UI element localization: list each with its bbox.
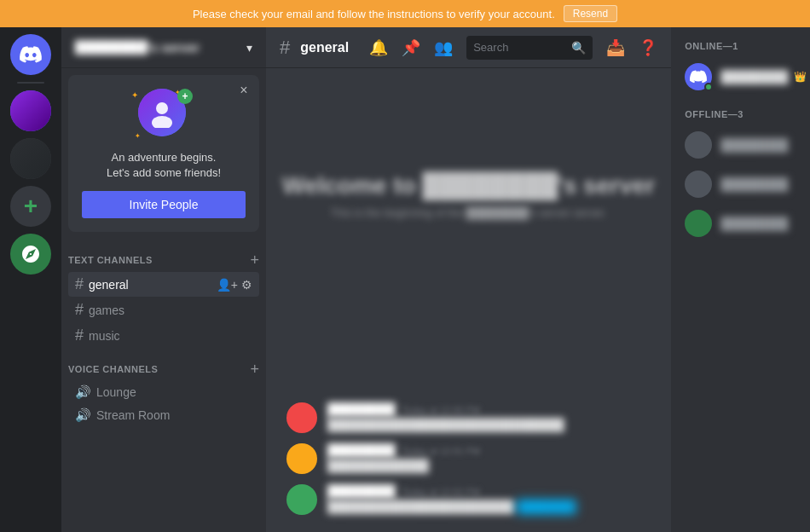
voice-channel-icon-lounge: 🔊 [75, 385, 91, 400]
message-bubble: ████████ Today at 12:00 PM █████████████… [327, 402, 651, 431]
channel-name-music: music [89, 329, 252, 343]
member-name: ████████ [720, 138, 788, 152]
server-icon-purple[interactable] [10, 90, 51, 131]
message-content: ████████████████████████████ [327, 418, 651, 431]
message-row: ████████ Today at 12:00 PM █████████████… [280, 399, 657, 437]
message-bubble: ████████ Today at 12:01 PM ████████████ [327, 443, 651, 472]
main-layout: + ████████'s server ▾ × ✦ ✦ ✦ [0, 27, 810, 532]
svg-point-0 [156, 102, 168, 114]
channel-sidebar: ████████'s server ▾ × ✦ ✦ ✦ + [61, 27, 266, 532]
channel-list: Text Channels + # general 👤+ ⚙ # games [61, 239, 266, 532]
member-avatar-circle [685, 131, 712, 159]
add-server-button[interactable]: + [10, 186, 51, 227]
text-channel-hash-icon: # [75, 275, 84, 293]
welcome-popup: × ✦ ✦ ✦ + An adventure begins. Let' [68, 75, 259, 232]
message-avatar [286, 443, 317, 474]
add-voice-channel-button[interactable]: + [250, 361, 259, 377]
message-avatar [286, 484, 317, 515]
channel-name-lounge: Lounge [96, 385, 252, 399]
message-time: Today at 12:02 PM [402, 487, 480, 497]
sparkle-icon-bl: ✦ [135, 132, 141, 140]
channel-item-stream-room[interactable]: 🔊 Stream Room [68, 404, 259, 426]
svg-point-1 [152, 116, 172, 128]
welcome-message: Welcome to ████████'s server This is the… [282, 172, 655, 219]
channel-item-general[interactable]: # general 👤+ ⚙ [68, 272, 259, 297]
channel-name-games: games [89, 304, 252, 317]
channel-header-name: general [300, 40, 349, 55]
member-name: ████████ [720, 177, 788, 191]
offline-section-label: OFFLINE—3 [678, 109, 810, 119]
search-box[interactable]: 🔍 [466, 36, 593, 60]
message-meta: ████████ Today at 12:02 PM [327, 484, 651, 498]
text-channel-hash-icon-music: # [75, 327, 84, 344]
pin-icon[interactable]: 📌 [402, 38, 420, 57]
verification-banner: Please check your email and follow the i… [0, 0, 810, 27]
voice-channels-header[interactable]: Voice Channels + [61, 361, 266, 380]
member-item-offline-3[interactable]: ████████ [678, 205, 810, 242]
message-content: ████████████ [327, 459, 651, 472]
server-divider [17, 82, 44, 84]
member-avatar [685, 63, 712, 90]
add-text-channel-button[interactable]: + [250, 252, 259, 268]
message-meta: ████████ Today at 12:00 PM [327, 402, 651, 416]
close-popup-button[interactable]: × [235, 82, 252, 99]
help-icon[interactable]: ❓ [639, 38, 657, 57]
sparkle-icon-tl: ✦ [131, 90, 138, 100]
message-content: ██████████████████████ ███████ [327, 500, 651, 513]
welcome-text: An adventure begins. Let's add some frie… [82, 150, 246, 181]
chevron-down-icon: ▾ [246, 41, 252, 55]
online-status-dot [704, 83, 713, 91]
channel-hash-icon: # [280, 37, 290, 59]
member-name: ████████ [720, 70, 788, 84]
server-icon-dark[interactable] [10, 138, 51, 179]
message-bubble: ████████ Today at 12:02 PM █████████████… [327, 484, 651, 513]
message-meta: ████████ Today at 12:01 PM [327, 443, 651, 457]
channel-item-games[interactable]: # games [68, 298, 259, 322]
search-icon: 🔍 [571, 41, 586, 55]
member-item-offline-1[interactable]: ████████ [678, 126, 810, 164]
online-section-label: ONLINE—1 [678, 41, 810, 51]
avatar-plus-icon: + [177, 89, 193, 104]
inbox-icon[interactable]: 📥 [606, 38, 625, 57]
server-name: ████████'s server [75, 40, 200, 55]
member-avatar-circle [685, 210, 712, 237]
search-input[interactable] [473, 41, 566, 54]
offline-section: OFFLINE—3 ████████ ████████ ████████ [678, 109, 810, 242]
channel-name-general: general [89, 278, 217, 292]
invite-to-channel-icon[interactable]: 👤+ [217, 278, 238, 292]
channel-actions: 👤+ ⚙ [217, 278, 252, 292]
avatar-area: ✦ ✦ ✦ + [138, 89, 189, 140]
invite-people-button[interactable]: Invite People [82, 191, 246, 218]
message-author: ████████ [327, 484, 395, 498]
server-header[interactable]: ████████'s server ▾ [61, 27, 266, 68]
explore-servers-icon[interactable] [10, 234, 51, 275]
channel-item-music[interactable]: # music [68, 323, 259, 348]
discord-home-icon[interactable] [10, 34, 51, 75]
member-avatar [685, 210, 712, 237]
member-item-online[interactable]: ████████ 👑 [678, 58, 810, 95]
member-avatar [685, 171, 712, 198]
channel-item-lounge[interactable]: 🔊 Lounge [68, 381, 259, 403]
channel-name-stream-room: Stream Room [96, 408, 252, 422]
channel-header: # general 🔔 📌 👥 🔍 📥 ❓ [266, 27, 671, 68]
text-channels-header[interactable]: Text Channels + [61, 252, 266, 271]
crown-icon: 👑 [794, 71, 807, 83]
message-link: ███████ [517, 500, 576, 513]
message-author: ████████ [327, 443, 395, 457]
resend-button[interactable]: Resend [564, 5, 617, 22]
channel-settings-icon[interactable]: ⚙ [241, 278, 252, 292]
member-list: ONLINE—1 ████████ 👑 OFFLINE—3 [671, 27, 810, 532]
text-channels-section: Text Channels + # general 👤+ ⚙ # games [61, 252, 266, 348]
welcome-title: Welcome to ████████'s server [282, 172, 655, 200]
members-icon[interactable]: 👥 [434, 38, 453, 57]
message-row: ████████ Today at 12:01 PM ████████████ [280, 440, 657, 477]
main-content: # general 🔔 📌 👥 🔍 📥 ❓ Welcome to ███████… [266, 27, 671, 532]
member-item-offline-2[interactable]: ████████ [678, 165, 810, 203]
text-channel-hash-icon-games: # [75, 301, 84, 319]
member-avatar [685, 131, 712, 159]
notifications-icon[interactable]: 🔔 [369, 38, 388, 57]
message-area: Welcome to ████████'s server This is the… [266, 68, 671, 532]
header-icons: 🔔 📌 👥 🔍 📥 ❓ [369, 36, 657, 60]
voice-channels-label: Voice Channels [68, 364, 158, 374]
member-name-row: ████████ 👑 [720, 70, 806, 84]
